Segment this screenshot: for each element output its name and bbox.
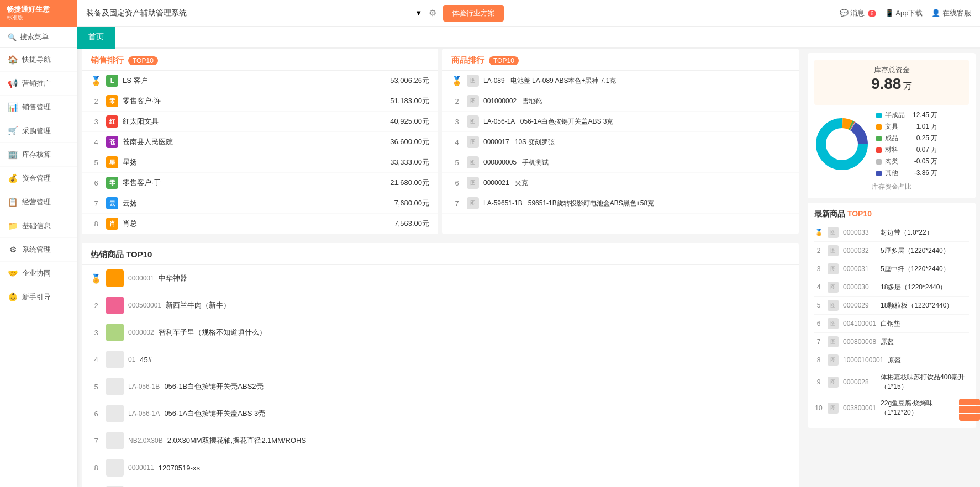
prod-rank-row-6: 6 图 0000021 夹克 xyxy=(442,173,799,193)
sidebar-item-system[interactable]: ⚙ 系统管理 xyxy=(0,238,77,262)
hot-row-2: 2 000500001 新西兰牛肉（新牛） xyxy=(82,292,799,319)
sidebar-item-quicknav[interactable]: 🏠 快捷导航 xyxy=(0,48,77,72)
system-title: 装备及固定资产辅助管理系统 xyxy=(86,8,408,18)
new-prod-row-7: 7 图 000800008 原盔 xyxy=(814,333,969,351)
rank-badge-2: 零 xyxy=(106,95,118,107)
legend-other: 其他 -3.86 万 xyxy=(876,168,937,178)
online-service-btn[interactable]: 👤 在线客服 xyxy=(931,8,971,18)
new-prod-row-5: 5 图 0000029 18颗粒板（1220*2440） xyxy=(814,297,969,315)
tab-home[interactable]: 首页 xyxy=(77,27,115,49)
sidebar-item-purchase[interactable]: 🛒 采购管理 xyxy=(0,119,77,143)
sales-rank-row-5: 5 星 星扬 33,333.00元 xyxy=(82,152,438,173)
new-prod-row-8: 8 图 10000100001 原盔 xyxy=(814,351,969,369)
prod-img-2: 图 xyxy=(467,95,479,107)
prod-img-7: 图 xyxy=(467,197,479,209)
new-prod-row-4: 4 图 0000030 18多层（1220*2440） xyxy=(814,278,969,297)
inventory-section: 库存总资金 9.88 万 xyxy=(808,53,976,198)
prod-rank-row-5: 5 图 000800005 手机测试 xyxy=(442,152,799,173)
sidebar-logo: 畅捷通好生意 标准版 xyxy=(7,5,50,22)
content-area: 销售排行 TOP10 🏅 L LS 客户 53,006.26元 2 零 零售客户… xyxy=(77,49,980,487)
rank-badge-1: L xyxy=(106,75,118,87)
settings-icon[interactable]: ⚙ xyxy=(429,8,436,18)
hot-row-8: 8 0000011 12070519-xs xyxy=(82,454,799,481)
sales-rank-row-1: 🏅 L LS 客户 53,006.26元 xyxy=(82,71,438,91)
float-buttons: 客服热线 服务社区 直播 xyxy=(959,399,980,421)
sales-icon: 📊 xyxy=(8,102,18,112)
new-prod-row-10: 10 图 003800001 22g鱼豆腐·烧烤味（1*12*20） xyxy=(814,395,969,421)
topbar: 装备及固定资产辅助管理系统 ▼ ⚙ 体验行业方案 💬 消息 6 📱 App下载 … xyxy=(77,0,980,27)
donut-chart-svg xyxy=(814,117,870,172)
service-community-btn[interactable]: 服务社区 xyxy=(959,406,980,413)
new-prod-row-9: 9 图 0000028 体彬嘉枝味苏打饮品400毫升（1*15） xyxy=(814,369,969,395)
trial-btn[interactable]: 体验行业方案 xyxy=(443,5,504,22)
product-ranking-header: 商品排行 TOP10 xyxy=(442,49,799,71)
inventory-legend: 半成品 12.45 万 文具 1.01 万 成品 0.25 万 xyxy=(876,110,937,178)
customer-hotline-btn[interactable]: 客服热线 xyxy=(959,399,980,405)
live-btn[interactable]: 直播 xyxy=(959,414,980,421)
prod-img-5: 图 xyxy=(467,156,479,168)
main-area: 装备及固定资产辅助管理系统 ▼ ⚙ 体验行业方案 💬 消息 6 📱 App下载 … xyxy=(77,0,980,487)
middle-panels: 销售排行 TOP10 🏅 L LS 客户 53,006.26元 2 零 零售客户… xyxy=(77,49,803,487)
dropdown-toggle[interactable]: ▼ xyxy=(415,9,422,17)
hot-row-4: 4 01 45# xyxy=(82,346,799,373)
sales-rank-row-2: 2 零 零售客户·许 51,183.00元 xyxy=(82,91,438,112)
svg-point-6 xyxy=(828,130,856,158)
prod-rank-row-3: 3 图 LA-056-1A 056-1A白色按键开关盖ABS 3克 xyxy=(442,112,799,132)
sales-rank-row-8: 8 肖 肖总 7,563.00元 xyxy=(82,214,438,234)
sidebar-item-sales[interactable]: 📊 销售管理 xyxy=(0,96,77,119)
hot-medal-1: 🏅 xyxy=(91,273,102,284)
sidebar-item-marketing[interactable]: 📢 营销推广 xyxy=(0,72,77,96)
system-icon: ⚙ xyxy=(8,245,18,255)
newbie-icon: 👶 xyxy=(8,292,18,302)
rank-badge-5: 星 xyxy=(106,156,118,168)
inventory-icon: 🏢 xyxy=(8,150,18,160)
sales-ranking-panel: 销售排行 TOP10 🏅 L LS 客户 53,006.26元 2 零 零售客户… xyxy=(82,49,438,234)
legend-banfin: 半成品 12.45 万 xyxy=(876,110,937,120)
home-icon: 🏠 xyxy=(8,55,18,65)
hot-row-5: 5 LA-056-1B 056-1B白色按键开关壳ABS2壳 xyxy=(82,373,799,400)
right-panel: 库存总资金 9.88 万 xyxy=(803,49,980,487)
sales-rank-row-6: 6 零 零售客户·于 21,680.00元 xyxy=(82,173,438,193)
hot-img-4 xyxy=(106,351,124,368)
rank-badge-8: 肖 xyxy=(106,218,118,230)
finance-icon: 💰 xyxy=(8,173,18,183)
app-download-btn[interactable]: 📱 App下载 xyxy=(885,8,923,18)
new-prod-row-1: 🏅 图 0000033 封边带（1.0*22） xyxy=(814,224,969,242)
hot-products-panel: 热销商品 TOP10 🏅 0000001 中华神器 2 000500001 新西… xyxy=(82,243,799,487)
new-products-section: 最新商品 TOP10 🏅 图 0000033 封边带（1.0*22） 2 图 0… xyxy=(808,203,976,428)
sidebar: 畅捷通好生意 标准版 🔍 搜索菜单 🏠 快捷导航 📢 营销推广 📊 销售管理 🛒… xyxy=(0,0,77,487)
hot-row-6: 6 LA-056-1A 056-1A白色按键开关盖ABS 3壳 xyxy=(82,400,799,427)
sidebar-item-newbie[interactable]: 👶 新手引导 xyxy=(0,285,77,309)
prod-rank-row-2: 2 图 001000002 雪地靴 xyxy=(442,91,799,112)
operations-icon: 📋 xyxy=(8,197,18,207)
prod-medal-1: 🏅 xyxy=(451,76,462,86)
sidebar-item-collab[interactable]: 🤝 企业协同 xyxy=(0,262,77,285)
rank-badge-7: 云 xyxy=(106,197,118,209)
sidebar-item-finance[interactable]: 💰 资金管理 xyxy=(0,167,77,190)
inventory-total-box: 库存总资金 9.88 万 xyxy=(814,60,969,105)
sidebar-item-operations[interactable]: 📋 经营管理 xyxy=(0,190,77,214)
hot-img-7 xyxy=(106,432,124,449)
search-icon: 🔍 xyxy=(8,33,17,41)
collab-icon: 🤝 xyxy=(8,268,18,278)
hot-img-1 xyxy=(106,269,124,287)
rank-badge-6: 零 xyxy=(106,177,118,189)
marketing-icon: 📢 xyxy=(8,78,18,88)
product-ranking-panel: 商品排行 TOP10 🏅 图 LA-089 电池盖 LA-089 ABS本色+黑… xyxy=(442,49,799,234)
sidebar-header: 畅捷通好生意 标准版 xyxy=(0,0,77,27)
message-btn[interactable]: 💬 消息 6 xyxy=(840,8,877,18)
legend-meat: 肉类 -0.05 万 xyxy=(876,157,937,166)
sidebar-item-inventory[interactable]: 🏢 库存核算 xyxy=(0,143,77,167)
sidebar-search[interactable]: 🔍 搜索菜单 xyxy=(0,27,77,48)
rank-badge-4: 苍 xyxy=(106,136,118,148)
new-prod-row-3: 3 图 0000031 5厘中纤（1220*2440） xyxy=(814,260,969,278)
legend-chengpin: 成品 0.25 万 xyxy=(876,134,937,143)
tab-nav: 首页 xyxy=(77,27,980,49)
hot-img-5 xyxy=(106,378,124,395)
hot-row-1: 🏅 0000001 中华神器 xyxy=(82,265,799,292)
sidebar-item-basics[interactable]: 📁 基础信息 xyxy=(0,214,77,238)
ranking-panels: 销售排行 TOP10 🏅 L LS 客户 53,006.26元 2 零 零售客户… xyxy=(82,49,799,234)
purchase-icon: 🛒 xyxy=(8,126,18,136)
hot-img-6 xyxy=(106,405,124,422)
prod-rank-row-1: 🏅 图 LA-089 电池盖 LA-089 ABS本色+黑种 7.1克 xyxy=(442,71,799,91)
